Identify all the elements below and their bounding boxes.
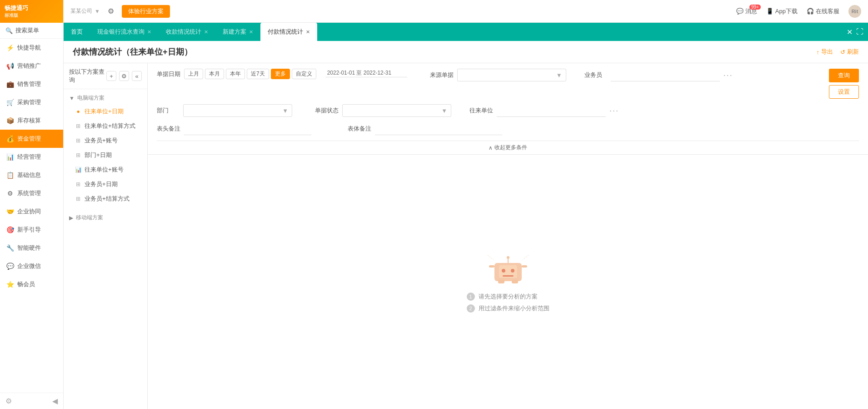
scheme-label: 部门+日期 [85, 151, 112, 159]
date-btn-more[interactable]: 更多 [271, 69, 290, 79]
sidebar-nav-item-purchase[interactable]: 🛒 采购管理 [0, 93, 63, 111]
main-content: 某某公司 ▼ ⚙ 体验行业方案 💬 消息 99+ 📱 App下载 🎧 在线客服 … [64, 0, 868, 409]
dept-select[interactable]: ▼ [183, 104, 292, 117]
user-info[interactable]: 某某公司 ▼ [70, 7, 100, 15]
collapse-more-conditions-button[interactable]: ∧ 收起更多条件 [157, 141, 859, 154]
scheme-item-partner-date[interactable]: ● 往来单位+日期 [64, 104, 147, 119]
scheme-item-partner-settlement[interactable]: ⊞ 往来单位+结算方式 [64, 119, 147, 133]
tab-bank-flow-close[interactable]: ✕ [147, 29, 151, 35]
sidebar-collapse-icon[interactable]: ◀ [52, 397, 58, 405]
dropdown-icon[interactable]: ▼ [95, 8, 100, 15]
sidebar-nav-item-inventory[interactable]: 📦 库存核算 [0, 111, 63, 130]
sidebar-nav-item-wechat[interactable]: 💬 企业微信 [0, 257, 63, 275]
sidebar-nav-item-sales[interactable]: 💼 销售管理 [0, 75, 63, 93]
sidebar-nav-item-quick-nav[interactable]: ⚡ 快捷导航 [0, 39, 63, 57]
app-icon: 📱 [766, 8, 773, 15]
tab-new-scheme[interactable]: 新建方案 ✕ [215, 23, 260, 41]
tab-receipt-stats[interactable]: 收款情况统计 ✕ [159, 23, 215, 41]
date-btn-last-month[interactable]: 上月 [184, 69, 203, 79]
nav-label: 智能硬件 [17, 244, 41, 252]
tab-receipt-stats-close[interactable]: ✕ [204, 29, 208, 35]
scheme-active-icon: ● [75, 108, 82, 115]
messages-button[interactable]: 💬 消息 99+ [736, 7, 757, 15]
maximize-icon[interactable]: ⛶ [856, 28, 863, 36]
scheme-icon: ⊞ [75, 195, 82, 202]
header-remark-input[interactable] [184, 122, 311, 135]
scheme-item-staff-date[interactable]: ⊞ 业务员+日期 [64, 177, 147, 192]
basic-icon: 📋 [5, 171, 15, 180]
sidebar-nav-item-basic[interactable]: 📋 基础信息 [0, 166, 63, 184]
nav-label: 库存核算 [17, 116, 41, 125]
body-remark-input[interactable] [375, 122, 502, 135]
page-title: 付款情况统计（往来单位+日期） [73, 46, 192, 57]
scheme-group-desktop-title[interactable]: ▼ 电脑端方案 [64, 92, 147, 104]
app-download-button[interactable]: 📱 App下载 [766, 7, 798, 15]
sidebar-nav-item-operations[interactable]: 📊 经营管理 [0, 148, 63, 166]
svg-line-12 [523, 255, 529, 260]
topbar-settings-button[interactable]: ⚙ [105, 5, 117, 18]
date-range-input[interactable] [325, 69, 407, 77]
svg-point-2 [502, 269, 505, 273]
scheme-item-staff-settlement[interactable]: ⊞ 业务员+结算方式 [64, 192, 147, 206]
partner-label: 往来单位 [469, 106, 493, 115]
sidebar-nav-item-enterprise[interactable]: 🤝 企业协同 [0, 202, 63, 221]
partner-input[interactable] [497, 104, 606, 117]
marketing-icon: 📢 [5, 61, 15, 71]
tab-home[interactable]: 首页 [64, 23, 90, 41]
scheme-label: 业务员+日期 [85, 180, 118, 188]
tab-new-scheme-close[interactable]: ✕ [249, 29, 253, 35]
search-icon: 🔍 [5, 27, 13, 34]
industry-button[interactable]: 体验行业方案 [122, 5, 170, 18]
scheme-item-partner-account[interactable]: 📊 往来单位+账号 [64, 162, 147, 177]
nav-label: 营销推广 [17, 62, 41, 70]
operations-icon: 📊 [5, 152, 15, 162]
sidebar-nav-item-marketing[interactable]: 📢 营销推广 [0, 57, 63, 75]
svg-point-3 [511, 269, 514, 273]
search-menu[interactable]: 🔍 搜索菜单 [0, 23, 63, 39]
partner-more-button[interactable]: ··· [609, 106, 619, 116]
user-avatar[interactable]: Rit [848, 5, 861, 18]
content-wrapper: 按以下方案查询 + ⚙ « [64, 63, 868, 409]
sidebar-nav-item-guide[interactable]: 🎯 新手引导 [0, 221, 63, 239]
sidebar-settings-icon[interactable]: ⚙ [5, 397, 12, 405]
svg-rect-8 [522, 265, 527, 268]
query-button[interactable]: 查询 [829, 69, 859, 82]
tab-bank-flow[interactable]: 现金银行流水查询 ✕ [90, 23, 159, 41]
scheme-settings-button[interactable]: ⚙ [119, 71, 129, 81]
receipt-stats-label: 收款情况统计 [166, 28, 201, 36]
scheme-label: 业务员+账号 [85, 136, 118, 145]
sidebar-nav-item-funds[interactable]: 💰 资金管理 [0, 130, 63, 148]
date-btn-custom[interactable]: 自定义 [292, 69, 316, 79]
scheme-item-staff-account[interactable]: ⊞ 业务员+账号 [64, 133, 147, 148]
refresh-button[interactable]: ↺ 刷新 [840, 48, 859, 56]
body-remark-label: 表体备注 [348, 125, 371, 133]
staff-input[interactable] [611, 69, 720, 81]
sidebar-nav-item-member[interactable]: ⭐ 畅会员 [0, 275, 63, 293]
sidebar-nav-item-system[interactable]: ⚙ 系统管理 [0, 184, 63, 202]
nav-label: 系统管理 [17, 189, 41, 197]
scheme-collapse-button[interactable]: « [132, 71, 142, 81]
export-button[interactable]: ↑ 导出 [817, 48, 833, 56]
date-btn-this-month[interactable]: 本月 [205, 69, 224, 79]
message-icon: 💬 [736, 8, 743, 15]
tab-payment-stats[interactable]: 付款情况统计 ✕ [260, 23, 317, 41]
close-all-tabs-icon[interactable]: ✕ [847, 28, 853, 36]
svg-point-6 [507, 256, 509, 259]
scheme-group-mobile-title[interactable]: ▶ 移动端方案 [64, 212, 147, 224]
date-btn-last-7days[interactable]: 近7天 [247, 69, 269, 79]
staff-more-button[interactable]: ··· [723, 71, 733, 80]
filter-row-2: 部门 ▼ 单据状态 ▼ [157, 104, 859, 117]
svg-rect-4 [503, 275, 514, 277]
date-btn-this-year[interactable]: 本年 [226, 69, 245, 79]
tab-payment-stats-close[interactable]: ✕ [306, 29, 310, 35]
sidebar-nav-item-hardware[interactable]: 🔧 智能硬件 [0, 239, 63, 257]
header-remark-label: 表头备注 [157, 125, 180, 133]
scheme-item-dept-date[interactable]: ⊞ 部门+日期 [64, 148, 147, 162]
scheme-panel-header-actions: + ⚙ « [106, 71, 142, 81]
add-scheme-button[interactable]: + [106, 71, 116, 81]
source-select[interactable]: ▼ [457, 69, 566, 81]
filter-settings-button[interactable]: 设置 [829, 85, 859, 99]
sales-icon: 💼 [5, 80, 15, 89]
docstatus-select[interactable]: ▼ [342, 104, 451, 117]
online-service-button[interactable]: 🎧 在线客服 [807, 7, 839, 15]
